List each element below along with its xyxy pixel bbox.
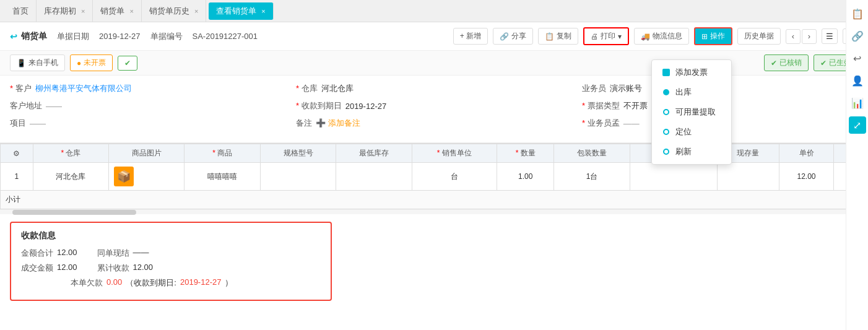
not-open-button[interactable]: ● 未开票 — [70, 54, 113, 71]
total-value: 12.00 — [57, 248, 77, 259]
tab-inventory-label: 库存期初 — [44, 6, 76, 17]
subtotal-label: 小计 — [1, 191, 868, 209]
outbound-item[interactable]: 出库 — [652, 82, 731, 102]
tab-sales-history-close[interactable]: × — [194, 7, 198, 15]
transaction-value: 12.00 — [57, 263, 77, 274]
add-invoice-icon — [662, 68, 671, 77]
cumulative-field: 累计收款 12.00 — [97, 263, 154, 274]
col-gear: ⚙ — [1, 144, 33, 163]
staff2-label: 业务员孟 — [582, 118, 620, 129]
row-price: 12.00 — [779, 163, 834, 191]
arrears-label: 本单欠款 — [71, 277, 103, 289]
row-qty: 1.00 — [497, 163, 554, 191]
tab-view-sales-label: 查看销货单 — [216, 6, 256, 17]
tab-sales-close[interactable]: × — [129, 7, 133, 15]
copy-label: 复制 — [557, 31, 571, 41]
tab-sales-label: 销货单 — [100, 6, 124, 17]
list-view-btn[interactable]: ☰ — [822, 28, 838, 44]
print-icon: 🖨 — [591, 32, 598, 41]
copy-button[interactable]: 📋 复制 — [538, 28, 578, 45]
from-phone-button[interactable]: 📱 来自手机 — [10, 54, 65, 71]
address-label: 客户地址 — [10, 100, 42, 111]
number-label: 单据编号 — [150, 31, 183, 42]
locate-icon — [662, 128, 671, 136]
doc-meta: 单据日期 2019-12-27 单据编号 SA-20191227-001 — [57, 31, 258, 42]
payment-row-3: 本单欠款 0.00 （收款到期日: 2019-12-27 ） — [21, 277, 321, 289]
sidebar-user-icon[interactable]: 👤 — [849, 72, 866, 89]
refresh-label: 刷新 — [675, 146, 692, 157]
same-order-field: 同单现结 —— — [97, 248, 149, 259]
checked-status[interactable]: ✔ 已核销 — [764, 54, 809, 71]
add-invoice-label: 添加发票 — [675, 67, 708, 78]
print-button[interactable]: 🖨 打印 ▾ — [583, 27, 629, 45]
staff2-value: —— — [623, 119, 640, 128]
sidebar-chart-icon[interactable]: 📊 — [849, 94, 866, 111]
col-unit: 销售单位 — [412, 144, 497, 163]
col-product: 商品 — [184, 144, 260, 163]
new-button[interactable]: + 新增 — [453, 28, 488, 45]
checked-label: 已核销 — [779, 58, 802, 68]
nav-arrows: ‹ › — [786, 29, 817, 44]
doc-title-area: ↩ 销货单 — [10, 31, 47, 42]
sidebar-doc-icon[interactable]: 📋 — [849, 5, 866, 22]
row-product: 嘻嘻嘻嘻 — [184, 163, 260, 191]
sidebar-expand-icon[interactable]: ⤢ — [849, 116, 866, 134]
tab-inventory[interactable]: 库存期初 × — [37, 0, 93, 22]
address-value: —— — [46, 102, 62, 111]
tab-inventory-close[interactable]: × — [81, 7, 85, 15]
tab-view-sales[interactable]: 查看销货单 × — [209, 2, 273, 20]
confirm-button[interactable]: ✔ — [118, 56, 137, 71]
doc-icon: ↩ — [10, 32, 17, 41]
next-arrow[interactable]: › — [802, 29, 817, 44]
logistics-label: 物流信息 — [653, 31, 682, 41]
due-hint: （收款到期日: — [126, 277, 176, 289]
customer-label: 客户 — [10, 83, 32, 94]
share-button[interactable]: 🔗 分享 — [493, 28, 533, 45]
add-invoice-item[interactable]: 添加发票 — [652, 63, 731, 82]
tab-sales-history-label: 销货单历史 — [149, 6, 189, 17]
prev-arrow[interactable]: ‹ — [786, 29, 801, 44]
table-row: 1 河北仓库 📦 嘻嘻嘻嘻 台 1.00 1台 12.00 — [1, 163, 868, 191]
tab-home[interactable]: 首页 — [5, 0, 37, 22]
check-icon: ✔ — [771, 59, 777, 67]
available-qty-label: 可用量提取 — [675, 106, 716, 118]
locate-label: 定位 — [675, 126, 692, 137]
outbound-icon — [662, 88, 671, 97]
date-value: 2019-12-27 — [99, 32, 141, 41]
due-date-label: 收款到期日 — [296, 100, 342, 111]
row-min-stock — [336, 163, 412, 191]
warehouse-label: 仓库 — [296, 83, 318, 94]
col-spec: 规格型号 — [260, 144, 336, 163]
payment-row-2: 成交金额 12.00 累计收款 12.00 — [21, 263, 321, 274]
due-close: ） — [225, 277, 233, 289]
add-note-button[interactable]: ➕ 添加备注 — [316, 118, 360, 129]
sidebar-back-icon[interactable]: ↩ — [849, 50, 866, 67]
tab-sales-history[interactable]: 销货单历史 × — [142, 0, 206, 22]
items-table: ⚙ 仓库 商品图片 商品 规格型号 最低库存 销售单位 数量 包装数量 可用量（… — [0, 144, 868, 209]
note-label: 备注 — [296, 118, 312, 129]
customer-value[interactable]: 柳州粤港平安气体有限公司 — [35, 83, 132, 94]
operations-dropdown: 添加发票 出库 可用量提取 定位 刷新 — [651, 59, 732, 165]
warehouse-field: 仓库 河北仓库 — [296, 83, 572, 94]
sidebar-link-icon[interactable]: 🔗 — [849, 27, 866, 45]
share-label: 分享 — [511, 31, 526, 41]
history-button[interactable]: 历史单据 — [737, 28, 781, 45]
date-label: 单据日期 — [57, 31, 89, 42]
doc-header: ↩ 销货单 单据日期 2019-12-27 单据编号 SA-20191227-0… — [0, 22, 868, 51]
confirm-icon: ✔ — [124, 59, 131, 67]
refresh-icon — [662, 147, 671, 156]
tab-sales[interactable]: 销货单 × — [93, 0, 141, 22]
transaction-field: 成交金额 12.00 — [21, 263, 77, 274]
tab-view-sales-close[interactable]: × — [261, 7, 265, 15]
logistics-button[interactable]: 🚚 物流信息 — [634, 28, 689, 45]
scroll-thumb[interactable] — [12, 210, 136, 215]
col-pack-qty: 包装数量 — [554, 144, 630, 163]
refresh-item[interactable]: 刷新 — [652, 142, 731, 162]
operations-button[interactable]: ⊞ 操作 — [694, 27, 732, 45]
available-qty-item[interactable]: 可用量提取 — [652, 102, 731, 122]
cumulative-value: 12.00 — [133, 263, 154, 274]
effect-icon: ✔ — [820, 59, 827, 67]
from-phone-label: 来自手机 — [28, 58, 58, 68]
locate-item[interactable]: 定位 — [652, 122, 731, 142]
row-img: 📦 — [109, 163, 184, 191]
